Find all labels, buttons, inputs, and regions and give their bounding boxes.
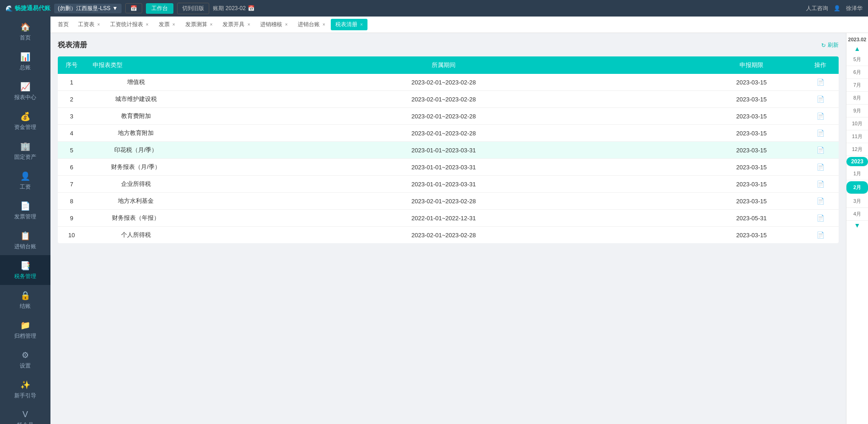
timeline-month-12[interactable]: 12月 [846,143,868,156]
tab-close-tax-list[interactable]: × [360,22,363,27]
app-logo: 🌊 畅捷通易代账 [6,4,50,12]
sidebar-item-sales[interactable]: 📋 进销台账 [0,225,50,255]
page-header: 税表清册 ↻ 刷新 [58,40,839,50]
cell-deadline: 2023-03-15 [701,142,802,159]
op-view-btn[interactable]: 📄 [817,197,824,205]
tab-close-salary-stats[interactable]: × [146,22,149,27]
tab-close-sales-ledger[interactable]: × [323,22,325,27]
timeline-month-6[interactable]: 6月 [846,66,868,79]
sidebar-item-home[interactable]: 🏠 首页 [0,17,50,46]
sidebar-item-salary[interactable]: 👤 工资 [0,166,50,195]
main-layout: 🏠 首页 📊 总账 📈 报表中心 💰 资金管理 🏢 固定资产 👤 工资 📄 发票… [0,17,868,424]
timeline-month-3[interactable]: 3月 [846,195,868,208]
sidebar-item-tax[interactable]: 📑 税务管理 [0,255,50,285]
sidebar-item-reports[interactable]: 📈 报表中心 [0,76,50,106]
timeline-toggle-up[interactable]: ▲ [853,44,862,53]
op-view-btn[interactable]: 📄 [817,231,824,239]
cell-op: 📄 [802,125,839,142]
tab-invoice[interactable]: 发票 × [154,19,180,30]
cell-type: 印花税（月/季） [85,142,186,159]
sidebar-label-invoice: 发票管理 [14,213,36,221]
funds-icon: 💰 [20,112,30,122]
timeline-month-2-active[interactable]: 2月 [846,181,868,194]
sidebar-item-assets[interactable]: 🏢 固定资产 [0,136,50,166]
tab-close-invoice-open[interactable]: × [247,22,250,27]
sidebar-label-home: 首页 [20,34,31,42]
timeline-container: ▲ 5月 6月 7月 8月 9月 10月 11月 12月 2023 1月 2月 … [846,44,868,230]
sidebar-item-settings[interactable]: ⚙ 设置 [0,345,50,374]
tab-salary-stats[interactable]: 工资统计报表 × [106,19,153,30]
human-consult-btn[interactable]: 人工咨询 [806,5,828,12]
tab-close-invoice[interactable]: × [172,22,175,27]
timeline-month-9[interactable]: 9月 [846,105,868,117]
cell-period: 2023-02-01~2023-02-28 [186,227,701,244]
timeline-month-4[interactable]: 4月 [846,208,868,221]
cell-op: 📄 [802,159,839,176]
workstation-btn[interactable]: 工作台 [146,3,173,14]
switch-old-btn[interactable]: 切到旧版 [177,3,209,14]
th-deadline: 申报期限 [701,56,802,74]
cell-deadline: 2023-03-15 [701,125,802,142]
timeline-month-7[interactable]: 7月 [846,79,868,92]
sidebar-item-archive[interactable]: 📁 归档管理 [0,315,50,345]
tab-close-invoice-calc[interactable]: × [210,22,213,27]
tab-sales-check[interactable]: 进销稽核 × [256,19,292,30]
tab-home[interactable]: 首页 [54,19,72,30]
tab-invoice-open[interactable]: 发票开具 × [218,19,255,30]
sidebar-item-invoice[interactable]: 📄 发票管理 [0,195,50,225]
cell-seq: 7 [58,176,85,193]
company-name: (勿删）江西服垦-LSS [58,5,111,12]
cell-seq: 4 [58,125,85,142]
cell-deadline: 2023-03-15 [701,193,802,210]
company-selector[interactable]: (勿删）江西服垦-LSS ▼ [54,4,122,13]
sidebar-item-ledger[interactable]: 📊 总账 [0,46,50,76]
cell-seq: 1 [58,74,85,91]
op-view-btn[interactable]: 📄 [817,129,824,137]
tab-invoice-calc[interactable]: 发票测算 × [181,19,217,30]
table-row: 1 增值税 2023-02-01~2023-02-28 2023-03-15 📄 [58,74,839,91]
op-view-btn[interactable]: 📄 [817,214,824,222]
sidebar-item-guide[interactable]: ✨ 新手引导 [0,374,50,404]
sidebar-item-vip[interactable]: V 畅会员 [0,404,50,424]
user-name[interactable]: 徐泽华 [846,5,862,12]
tab-close-salary[interactable]: × [97,22,100,27]
sidebar-label-tax: 税务管理 [14,273,36,280]
timeline-month-10[interactable]: 10月 [846,117,868,130]
cell-deadline: 2023-03-15 [701,108,802,125]
tab-close-sales-check[interactable]: × [285,22,288,27]
calendar-icon[interactable]: 📅 [248,5,255,11]
timeline-month-11[interactable]: 11月 [846,130,868,143]
sidebar-label-archive: 归档管理 [14,332,36,340]
tab-salary[interactable]: 工资表 × [73,19,105,30]
sidebar-item-closing[interactable]: 🔒 结账 [0,285,50,315]
sidebar: 🏠 首页 📊 总账 📈 报表中心 💰 资金管理 🏢 固定资产 👤 工资 📄 发票… [0,17,50,424]
calendar-btn[interactable]: 📅 [125,3,142,13]
timeline-month-8[interactable]: 8月 [846,92,868,105]
op-view-btn[interactable]: 📄 [817,180,824,188]
cell-op: 📄 [802,74,839,91]
tab-sales-ledger[interactable]: 进销台账 × [293,19,330,30]
op-view-btn[interactable]: 📄 [817,95,824,103]
tax-icon: 📑 [20,261,30,271]
cell-op: 📄 [802,176,839,193]
sidebar-label-closing: 结账 [20,302,31,310]
cell-period: 2023-02-01~2023-02-28 [186,74,701,91]
sidebar-item-funds[interactable]: 💰 资金管理 [0,106,50,136]
cell-deadline: 2023-03-15 [701,74,802,91]
cell-deadline: 2023-03-15 [701,176,802,193]
op-view-btn[interactable]: 📄 [817,78,824,86]
timeline-month-5[interactable]: 5月 [846,53,868,66]
op-view-btn[interactable]: 📄 [817,146,824,154]
settings-icon: ⚙ [22,350,29,360]
tab-bar: 首页 工资表 × 工资统计报表 × 发票 × 发票测算 × 发票开具 × [50,17,868,33]
op-view-btn[interactable]: 📄 [817,163,824,171]
op-view-btn[interactable]: 📄 [817,112,824,120]
timeline-year-2023[interactable]: 2023 [846,157,868,167]
user-avatar[interactable]: 👤 [834,5,840,11]
cell-period: 2023-02-01~2023-02-28 [186,108,701,125]
refresh-button[interactable]: ↻ 刷新 [821,41,839,49]
timeline-toggle-down[interactable]: ▼ [853,221,862,230]
cell-type: 增值税 [85,74,186,91]
timeline-month-1[interactable]: 1月 [846,167,868,180]
tab-tax-list[interactable]: 税表清册 × [331,19,367,30]
